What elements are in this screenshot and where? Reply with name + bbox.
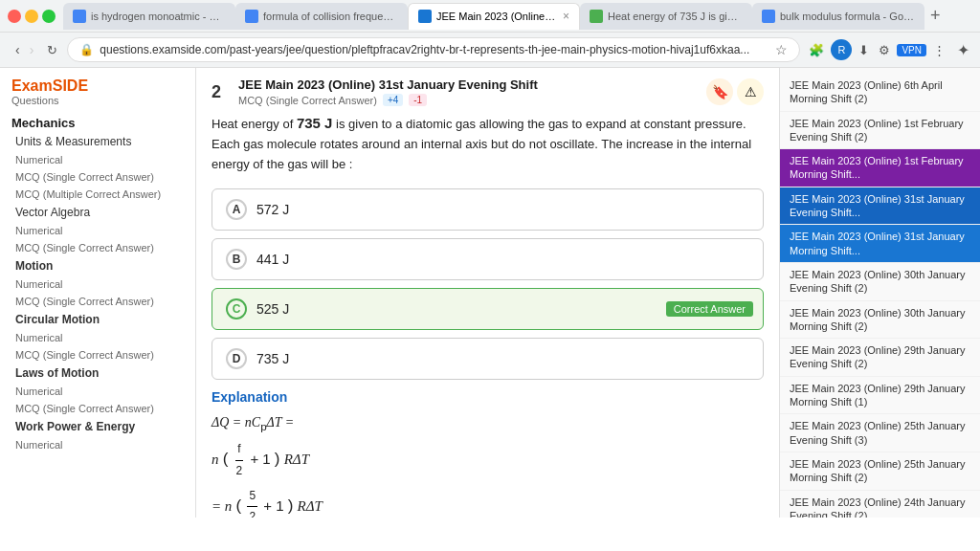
right-item-10[interactable]: JEE Main 2023 (Online) 25th January Morn… — [780, 452, 980, 491]
sidebar-item-vector-algebra[interactable]: Vector Algebra — [0, 203, 195, 222]
question-meta: MCQ (Single Correct Answer) +4 -1 — [238, 94, 538, 106]
question-text-before: Heat energy of — [212, 117, 297, 131]
question-number: 2 — [212, 82, 231, 102]
sidebar-item-numerical-5[interactable]: Numerical — [0, 383, 195, 400]
tab-label-5: bulk modulus formula - Google Sea... — [780, 11, 915, 22]
lock-icon: 🔒 — [79, 43, 94, 56]
content-area: 2 JEE Main 2023 (Online) 31st January Ev… — [196, 68, 779, 518]
sidebar-header: ExamSIDE Questions — [0, 68, 195, 110]
right-item-9[interactable]: JEE Main 2023 (Online) 25th January Even… — [780, 414, 980, 452]
tab-favicon-5 — [762, 10, 775, 23]
option-a[interactable]: A 572 J — [212, 188, 764, 231]
nav-arrows: ‹ › — [11, 40, 37, 59]
menu-button[interactable]: ⋮ — [930, 40, 948, 60]
sidebar: ExamSIDE Questions Mechanics Units & Mea… — [0, 68, 196, 518]
math-line-1: ΔQ = nCpΔT = — [212, 410, 764, 436]
sidebar-item-numerical-2[interactable]: Numerical — [0, 222, 195, 239]
option-d-text: 735 J — [256, 351, 289, 366]
main-layout: ExamSIDE Questions Mechanics Units & Mea… — [0, 68, 980, 518]
reload-button[interactable]: ↻ — [43, 41, 61, 59]
tab-bar: is hydrogen monoatmic - Google S... form… — [0, 0, 980, 33]
settings-icon[interactable]: ⚙ — [876, 40, 893, 60]
option-c-text: 525 J — [256, 301, 289, 317]
right-item-1[interactable]: JEE Main 2023 (Online) 1st February Even… — [780, 112, 980, 150]
option-b[interactable]: B 441 J — [212, 238, 764, 280]
bookmark-icon[interactable]: ☆ — [775, 42, 788, 57]
browser-tab-5[interactable]: bulk modulus formula - Google Sea... — [752, 3, 924, 30]
sidebar-sub: Questions — [11, 95, 184, 106]
tab-label-4: Heat energy of 735 J is given to a di... — [608, 11, 743, 22]
option-a-text: 572 J — [256, 202, 289, 217]
browser-tab-1[interactable]: is hydrogen monoatmic - Google S... — [63, 3, 235, 30]
option-a-label: A — [226, 199, 247, 220]
address-bar-row: ‹ › ↻ 🔒 questions.examside.com/past-year… — [0, 33, 980, 67]
tab-label-1: is hydrogen monoatmic - Google S... — [91, 11, 226, 22]
option-c[interactable]: C 525 J Correct Answer — [212, 288, 764, 330]
address-bar[interactable]: 🔒 questions.examside.com/past-years/jee/… — [67, 37, 800, 62]
maximize-button[interactable] — [42, 10, 56, 23]
downloads-icon[interactable]: ⬇ — [856, 40, 872, 60]
right-panel: JEE Main 2023 (Online) 6th April Morning… — [779, 68, 980, 518]
sidebar-item-motion[interactable]: Motion — [0, 256, 195, 276]
extensions-icon[interactable]: 🧩 — [806, 40, 827, 60]
question-header: 2 JEE Main 2023 (Online) 31st January Ev… — [212, 77, 764, 106]
browser-chrome: is hydrogen monoatmic - Google S... form… — [0, 0, 980, 68]
close-button[interactable] — [8, 10, 21, 23]
right-item-0[interactable]: JEE Main 2023 (Online) 6th April Morning… — [780, 74, 980, 112]
option-b-text: 441 J — [256, 252, 289, 267]
sidebar-brand: ExamSIDE — [11, 77, 184, 95]
sidebar-item-work-power-energy[interactable]: Work Power & Energy — [0, 417, 195, 436]
right-item-11[interactable]: JEE Main 2023 (Online) 24th January Even… — [780, 491, 980, 518]
alert-circle-icon[interactable]: ⚠ — [737, 78, 764, 105]
sidebar-item-numerical-1[interactable]: Numerical — [0, 151, 195, 168]
badge-negative: -1 — [409, 94, 427, 106]
right-item-7[interactable]: JEE Main 2023 (Online) 29th January Even… — [780, 339, 980, 377]
right-item-3[interactable]: JEE Main 2023 (Online) 31st January Even… — [780, 187, 980, 226]
sidebar-item-mcq-single-3[interactable]: MCQ (Single Correct Answer) — [0, 293, 195, 310]
sidebar-item-units[interactable]: Units & Measurements — [0, 132, 195, 151]
icons-right: 🔖 ⚠ — [706, 78, 764, 105]
correct-answer-badge: Correct Answer — [666, 301, 753, 317]
sidebar-item-mcq-single-1[interactable]: MCQ (Single Correct Answer) — [0, 168, 195, 186]
math-line-3: = n ( 5 2 + 1 ) RΔT — [212, 486, 764, 518]
profile-icon[interactable]: R — [831, 39, 852, 60]
right-item-8[interactable]: JEE Main 2023 (Online) 29th January Morn… — [780, 377, 980, 415]
badge-positive: +4 — [383, 94, 403, 106]
question-type: MCQ (Single Correct Answer) — [238, 95, 377, 106]
sidebar-item-circular-motion[interactable]: Circular Motion — [0, 310, 195, 329]
math-line-2: n ( f 2 + 1 ) RΔT — [212, 439, 764, 481]
new-tab-button[interactable]: + — [924, 6, 947, 26]
option-d-label: D — [226, 348, 247, 369]
question-text: Heat energy of 735 J is given to a diato… — [212, 112, 764, 175]
tab-label-3: JEE Main 2023 (Online) 1st Feb... — [436, 11, 556, 22]
sidebar-item-numerical-4[interactable]: Numerical — [0, 329, 195, 346]
vpn-badge: VPN — [897, 44, 926, 56]
browser-tab-2[interactable]: formula of collision frequency - Goo... — [235, 3, 408, 30]
tab-label-2: formula of collision frequency - Goo... — [263, 11, 398, 22]
sidebar-item-laws-of-motion[interactable]: Laws of Motion — [0, 364, 195, 383]
browser-tab-4[interactable]: Heat energy of 735 J is given to a di... — [580, 3, 752, 30]
tab-close-3[interactable]: × — [563, 10, 569, 23]
forward-button[interactable]: › — [26, 40, 38, 59]
back-button[interactable]: ‹ — [11, 40, 24, 59]
sidebar-item-mcq-single-4[interactable]: MCQ (Single Correct Answer) — [0, 346, 195, 364]
sidebar-item-mcq-multiple[interactable]: MCQ (Multiple Correct Answer) — [0, 186, 195, 203]
option-d[interactable]: D 735 J — [212, 338, 764, 380]
minimize-button[interactable] — [25, 10, 38, 23]
right-item-2[interactable]: JEE Main 2023 (Online) 1st February Morn… — [780, 149, 980, 187]
question-highlight: 735 J — [297, 115, 333, 131]
bookmark-circle-icon[interactable]: 🔖 — [706, 78, 733, 105]
right-item-6[interactable]: JEE Main 2023 (Online) 30th January Morn… — [780, 301, 980, 340]
sidebar-item-numerical-6[interactable]: Numerical — [0, 436, 195, 453]
explanation-title: Explanation — [212, 389, 764, 405]
tab-favicon-2 — [245, 10, 258, 23]
tab-favicon-3 — [418, 10, 432, 23]
sidebar-item-numerical-3[interactable]: Numerical — [0, 276, 195, 293]
sidebar-item-mcq-single-5[interactable]: MCQ (Single Correct Answer) — [0, 400, 195, 417]
right-item-5[interactable]: JEE Main 2023 (Online) 30th January Even… — [780, 263, 980, 301]
tab-favicon-1 — [73, 10, 86, 23]
theme-toggle[interactable]: ✦ — [954, 38, 972, 62]
right-item-4[interactable]: JEE Main 2023 (Online) 31st January Morn… — [780, 225, 980, 263]
browser-tab-3[interactable]: JEE Main 2023 (Online) 1st Feb... × — [408, 3, 580, 30]
sidebar-item-mcq-single-2[interactable]: MCQ (Single Correct Answer) — [0, 239, 195, 256]
